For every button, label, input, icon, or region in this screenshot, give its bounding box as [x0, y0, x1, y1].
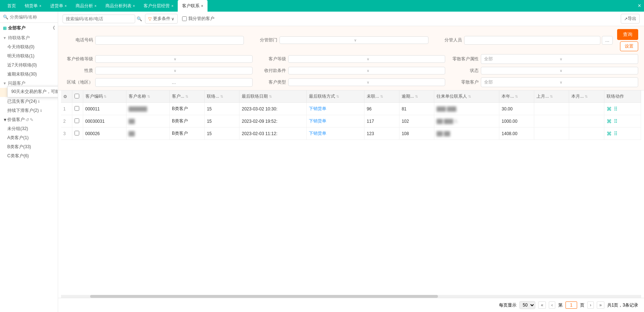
- my-customer-checkbox-label[interactable]: 我分管的客户: [182, 16, 214, 22]
- close-customer-tier-icon[interactable]: ×: [171, 4, 173, 8]
- filter-payment-select[interactable]: ∨: [288, 67, 446, 74]
- close-window-icon[interactable]: ×: [638, 3, 641, 9]
- sidebar-item-class-c[interactable]: C类客户(6): [0, 151, 58, 161]
- action-more-icon-2[interactable]: ⠿: [614, 131, 617, 137]
- query-button[interactable]: 查询: [617, 29, 638, 40]
- row-way-0[interactable]: 下销货单: [306, 103, 364, 115]
- action-more-icon-0[interactable]: ⠿: [614, 106, 617, 112]
- home-tab[interactable]: 首页: [3, 0, 20, 12]
- more-conditions-button[interactable]: ▽ 更多条件 ∨: [145, 14, 178, 24]
- sidebar-item-churned[interactable]: 已流失客户(24) ℹ: [0, 97, 58, 106]
- next-page-button[interactable]: ›: [587, 301, 594, 309]
- sidebar-item-7days-pending[interactable]: 近7天待联络(0): [0, 61, 58, 70]
- filter-dept-select[interactable]: ∨: [279, 36, 428, 44]
- filter-settings-button[interactable]: 设置: [620, 41, 638, 51]
- col-overdue[interactable]: 逾期...: [399, 90, 434, 103]
- row-way-1[interactable]: 下销货单: [306, 115, 364, 127]
- sidebar-item-today-pending[interactable]: 今天待联络(0): [0, 42, 58, 52]
- sidebar-group-pending[interactable]: ▼ 待联络客户: [0, 33, 58, 42]
- horizontal-scrollbar[interactable]: [61, 295, 641, 298]
- row-way-2[interactable]: 下销货单: [306, 127, 364, 140]
- filter-phone-input[interactable]: [95, 36, 244, 45]
- my-customer-checkbox[interactable]: [182, 16, 187, 21]
- action-link-icon-1[interactable]: ⌘: [607, 118, 612, 124]
- collapse-icon[interactable]: 《: [51, 25, 55, 31]
- col-actions: 联络动作: [604, 90, 641, 103]
- col-customer-code[interactable]: 客户编码: [83, 90, 126, 103]
- row-checkbox-cell-0[interactable]: [72, 103, 83, 115]
- filter-customer-grade-select[interactable]: ∨: [288, 55, 446, 63]
- sidebar-group-value[interactable]: ▼ 价值客户 ↺ ✎: [0, 115, 58, 124]
- row-checkbox-1[interactable]: [75, 118, 79, 123]
- col-this-year[interactable]: 本年...: [499, 90, 534, 103]
- search-input[interactable]: [63, 15, 135, 23]
- sidebar-item-class-b[interactable]: B类客户(33): [0, 142, 58, 151]
- sidebar-search-icon: 🔍: [3, 15, 8, 20]
- row-checkbox-cell-2[interactable]: [72, 127, 83, 140]
- select-all-checkbox[interactable]: [75, 94, 79, 98]
- current-page-input[interactable]: [565, 301, 577, 309]
- close-purchase-order-icon[interactable]: ×: [65, 4, 67, 8]
- horizontal-scrollbar-thumb[interactable]: [90, 295, 438, 298]
- refresh-value-icon[interactable]: ↺: [25, 117, 29, 122]
- row-checkbox-0[interactable]: [75, 106, 79, 111]
- edit-value-icon[interactable]: ✎: [30, 117, 33, 122]
- col-checkbox[interactable]: [72, 90, 83, 103]
- close-sales-order-icon[interactable]: ×: [39, 4, 41, 8]
- sidebar-search-input[interactable]: [10, 15, 58, 20]
- row-this-month-2: [569, 127, 604, 140]
- column-settings-icon[interactable]: ⚙: [63, 94, 67, 99]
- tab-product-analysis[interactable]: 商品分析 ×: [71, 0, 101, 12]
- prev-page-button[interactable]: ‹: [549, 301, 555, 309]
- filter-nature-select[interactable]: ∨: [95, 67, 253, 74]
- filter-scatter-attr-select[interactable]: 全部 ∨: [481, 54, 638, 64]
- tab-purchase-order[interactable]: 进货单 ×: [46, 0, 71, 12]
- filter-scatter-attr-value: 全部: [484, 56, 559, 62]
- sidebar-all-customers[interactable]: ⊞ 全部客户 《: [0, 23, 58, 33]
- sidebar-item-tomorrow-pending[interactable]: 明天待联络(1): [0, 52, 58, 61]
- sidebar-item-declining[interactable]: 持续下滑客户(2) ℹ: [0, 106, 58, 115]
- tab-sales-order[interactable]: 销货单 ×: [20, 0, 46, 12]
- export-button[interactable]: ↗ 导出: [621, 14, 640, 24]
- col-settings[interactable]: ⚙: [61, 90, 72, 103]
- row-checkbox-2[interactable]: [75, 131, 79, 135]
- close-product-analysis-list-icon[interactable]: ×: [133, 4, 135, 8]
- chevron-dept-icon: ∨: [354, 38, 425, 42]
- sidebar-item-overdue-pending[interactable]: 逾期未联络(30): [0, 70, 58, 79]
- per-page-select[interactable]: 50: [519, 301, 535, 309]
- filter-price-grade-select[interactable]: ∨: [95, 55, 253, 63]
- col-contact-person[interactable]: 往来单位联系人: [434, 90, 499, 103]
- action-link-icon-0[interactable]: ⌘: [607, 106, 612, 112]
- filter-customer-type-label: 客户类型: [257, 79, 286, 85]
- col-not-contacted[interactable]: 未联...: [365, 90, 399, 103]
- filter-region-dots-button[interactable]: …: [95, 78, 253, 87]
- filter-status-select[interactable]: ∨: [481, 67, 638, 74]
- col-last-contact-date[interactable]: 最后联络日期: [240, 90, 307, 103]
- close-product-analysis-icon[interactable]: ×: [94, 4, 97, 8]
- sidebar-group-problem[interactable]: ▼ 问题客户 90天未交易的客户，可能有流失风险。: [0, 79, 58, 88]
- sidebar-item-ungrouped[interactable]: 未分组(32): [0, 124, 58, 133]
- tab-customer-contact[interactable]: 客户联系 ×: [178, 0, 208, 12]
- col-customer-type-col[interactable]: 客户...: [170, 90, 205, 103]
- action-link-icon-2[interactable]: ⌘: [607, 131, 612, 137]
- filter-customer-type-select[interactable]: ∨: [288, 78, 446, 86]
- col-this-month[interactable]: 本月...: [569, 90, 604, 103]
- col-last-month[interactable]: 上月...: [534, 90, 569, 103]
- close-customer-contact-icon[interactable]: ×: [201, 4, 203, 8]
- col-contact-num[interactable]: 联络...: [205, 90, 240, 103]
- action-more-icon-1[interactable]: ⠿: [614, 118, 617, 124]
- filter-manager-input[interactable]: [464, 36, 600, 45]
- page-label-suffix: 页: [580, 302, 584, 308]
- search-button[interactable]: 🔍: [137, 16, 142, 21]
- first-page-button[interactable]: «: [538, 301, 546, 309]
- col-last-contact-way[interactable]: 最后联络方式: [306, 90, 364, 103]
- tab-product-analysis-list[interactable]: 商品分析列表 ×: [101, 0, 140, 12]
- filter-manager-dots-button[interactable]: …: [602, 36, 613, 45]
- tab-customer-tier[interactable]: 客户分层经营 ×: [139, 0, 178, 12]
- col-customer-name[interactable]: 客户名称: [126, 90, 169, 103]
- row-checkbox-cell-1[interactable]: [72, 115, 83, 127]
- filter-scatter-customer-select[interactable]: 全部 ∨: [481, 77, 638, 87]
- last-page-button[interactable]: »: [597, 301, 604, 309]
- filter-price-grade-label: 客户价格等级: [64, 56, 93, 62]
- sidebar-item-class-a[interactable]: A类客户(1): [0, 133, 58, 142]
